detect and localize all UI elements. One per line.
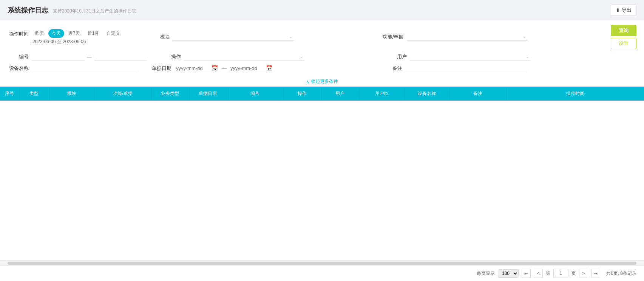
module-input[interactable] (175, 34, 287, 40)
calendar-to-icon[interactable]: 📅 (266, 65, 272, 71)
user-dropdown[interactable]: ⌄ (410, 53, 531, 61)
filter-panel: 操作时间 昨天 今天 近7天 近1月 自定义 2023-06-06 至 2023… (0, 20, 644, 76)
col-type: 类型 (19, 87, 49, 101)
user-label: 用户 (380, 53, 407, 60)
pagination-total: 共0页, 0条记录 (606, 270, 636, 277)
page-number-input[interactable] (553, 269, 568, 278)
col-voucher-date: 单据日期 (189, 87, 227, 101)
date-range-display: 2023-06-06 至 2023-06-06 (32, 39, 124, 45)
col-business-type: 业务类型 (151, 87, 189, 101)
page-container: 系统操作日志 支持2020年10月31日之后产生的操作日志 ⬆ 导出 操作时间 … (0, 0, 644, 281)
pagination-bar: 每页显示 50 100 200 500 ⌄ ⇤ < 第 页 > ⇥ 共0页, 0… (0, 265, 644, 281)
user-filter: 用户 ⌄ (380, 53, 599, 61)
time-btn-1month[interactable]: 近1月 (84, 29, 103, 38)
device-label: 设备名称 (8, 65, 29, 72)
date-dash: — (222, 65, 227, 71)
page-header: 系统操作日志 支持2020年10月31日之后产生的操作日志 ⬆ 导出 (0, 0, 644, 20)
module-chevron-icon: ⌄ (289, 34, 292, 39)
col-remark: 备注 (449, 87, 506, 101)
time-filter-group: 操作时间 昨天 今天 近7天 近1月 自定义 2023-06-06 至 2023… (8, 29, 136, 45)
col-user: 用户 (321, 87, 359, 101)
collapse-button[interactable]: ∧ 收起更多条件 (306, 78, 338, 85)
first-page-button[interactable]: ⇤ (522, 269, 531, 278)
collapse-chevron-icon: ∧ (306, 79, 309, 84)
col-code: 编号 (227, 87, 283, 101)
user-chevron-icon: ⌄ (526, 54, 529, 59)
date-from-input[interactable] (176, 65, 210, 71)
remark-filter: 备注 (376, 65, 599, 72)
code-label: 编号 (8, 53, 29, 60)
filter-row-1: 操作时间 昨天 今天 近7天 近1月 自定义 2023-06-06 至 2023… (8, 25, 636, 49)
voucher-date-label: 单据日期 (145, 65, 171, 72)
next-page-button[interactable]: > (579, 269, 588, 278)
time-buttons-row: 昨天 今天 近7天 近1月 自定义 (32, 29, 124, 38)
query-button[interactable]: 查询 (611, 25, 636, 36)
col-module: 模块 (49, 87, 94, 101)
operation-label: 操作 (154, 53, 181, 60)
device-input[interactable] (32, 65, 137, 72)
prev-page-button[interactable]: < (534, 269, 543, 278)
time-btn-7days[interactable]: 近7天 (65, 29, 83, 38)
horizontal-scrollbar[interactable] (0, 260, 644, 265)
collapse-label: 收起更多条件 (311, 78, 338, 85)
col-function: 功能/单据 (94, 87, 151, 101)
module-filter: 模块 ⌄ (144, 33, 370, 41)
table-container: 序号 类型 模块 功能/单据 业务类型 单据日期 编号 操作 用户 用户ip 设… (0, 87, 644, 260)
col-operation: 操作 (283, 87, 321, 101)
operation-input[interactable] (185, 54, 298, 59)
page-label: 第 (546, 270, 550, 277)
code-filter: 编号 — (8, 53, 147, 61)
operation-filter: 操作 ⌄ (154, 53, 373, 61)
time-btn-custom[interactable]: 自定义 (103, 29, 124, 38)
scrollbar-thumb[interactable] (8, 262, 636, 265)
function-chevron-icon: ⌄ (523, 34, 526, 39)
data-table: 序号 类型 模块 功能/单据 业务类型 单据日期 编号 操作 用户 用户ip 设… (0, 87, 644, 101)
module-dropdown[interactable]: ⌄ (173, 33, 294, 41)
collapse-bar: ∧ 收起更多条件 (0, 76, 644, 87)
col-index: 序号 (0, 87, 19, 101)
export-icon: ⬆ (616, 7, 620, 13)
page-suffix: 页 (571, 270, 576, 277)
export-button[interactable]: ⬆ 导出 (611, 5, 636, 16)
remark-input[interactable] (405, 65, 526, 72)
voucher-date-filter: 单据日期 📅 — 📅 (145, 64, 368, 72)
time-label: 操作时间 (8, 31, 29, 37)
header-left: 系统操作日志 支持2020年10月31日之后产生的操作日志 (8, 6, 136, 15)
date-from-wrap: 📅 (175, 64, 219, 72)
time-btn-today[interactable]: 今天 (48, 29, 64, 38)
export-label: 导出 (622, 7, 632, 14)
function-dropdown[interactable]: ⌄ (407, 33, 528, 41)
per-page-select[interactable]: 50 100 200 500 (498, 269, 519, 278)
last-page-button[interactable]: ⇥ (591, 269, 600, 278)
function-filter: 功能/单据 ⌄ (377, 33, 604, 41)
function-input[interactable] (408, 34, 521, 40)
action-buttons: 查询 设置 (611, 25, 636, 49)
function-label: 功能/单据 (377, 34, 404, 40)
filter-row-3: 设备名称 单据日期 📅 — 📅 备注 (8, 64, 636, 72)
code-dash: — (87, 54, 92, 60)
calendar-from-icon[interactable]: 📅 (212, 65, 218, 71)
table-header: 序号 类型 模块 功能/单据 业务类型 单据日期 编号 操作 用户 用户ip 设… (0, 87, 644, 101)
page-subtitle: 支持2020年10月31日之后产生的操作日志 (53, 8, 136, 14)
code-to-input[interactable] (94, 53, 147, 61)
time-btn-yesterday[interactable]: 昨天 (32, 29, 48, 38)
per-page-label: 每页显示 (477, 270, 495, 277)
time-options: 昨天 今天 近7天 近1月 自定义 2023-06-06 至 2023-06-0… (32, 29, 124, 45)
device-filter: 设备名称 (8, 65, 137, 72)
module-label: 模块 (144, 34, 170, 40)
page-title: 系统操作日志 (8, 6, 48, 15)
settings-button[interactable]: 设置 (611, 38, 636, 49)
main-content: 序号 类型 模块 功能/单据 业务类型 单据日期 编号 操作 用户 用户ip 设… (0, 87, 644, 281)
user-input[interactable] (411, 54, 524, 59)
filter-row-2: 编号 — 操作 ⌄ 用户 ⌄ (8, 53, 636, 61)
operation-dropdown[interactable]: ⌄ (184, 53, 305, 61)
table-header-row: 序号 类型 模块 功能/单据 业务类型 单据日期 编号 操作 用户 用户ip 设… (0, 87, 644, 101)
code-from-input[interactable] (32, 53, 85, 61)
date-to-wrap: 📅 (229, 64, 274, 72)
remark-label: 备注 (376, 65, 402, 72)
operation-chevron-icon: ⌄ (300, 54, 303, 59)
col-op-time: 操作时间 (506, 87, 644, 101)
date-to-input[interactable] (230, 65, 264, 71)
col-device: 设备名称 (404, 87, 449, 101)
col-user-ip: 用户ip (359, 87, 404, 101)
